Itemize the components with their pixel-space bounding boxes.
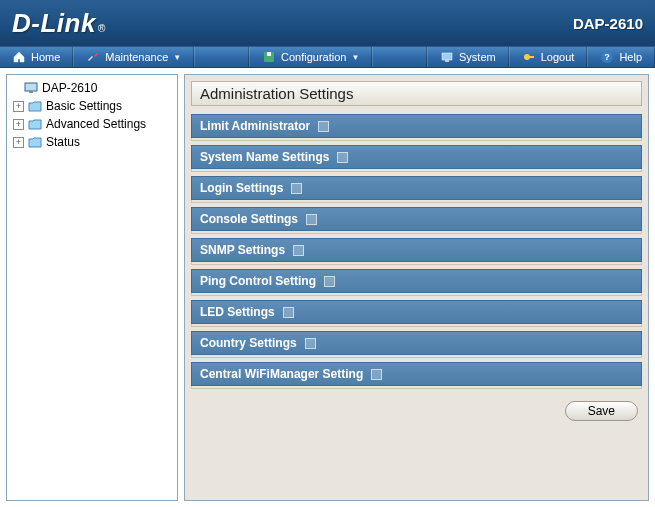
- menu-help-label: Help: [619, 51, 642, 63]
- svg-rect-8: [25, 83, 37, 91]
- section-body: [191, 293, 642, 296]
- section-system-name-settings: System Name Settings: [191, 145, 642, 172]
- chevron-down-icon: ▼: [351, 53, 359, 62]
- section-label: Country Settings: [200, 336, 297, 350]
- section-login-settings: Login Settings: [191, 176, 642, 203]
- expand-toggle-icon[interactable]: [318, 121, 329, 132]
- section-body: [191, 262, 642, 265]
- section-snmp-settings: SNMP Settings: [191, 238, 642, 265]
- save-button[interactable]: Save: [565, 401, 638, 421]
- section-body: [191, 138, 642, 141]
- section-label: Console Settings: [200, 212, 298, 226]
- section-country-settings: Country Settings: [191, 331, 642, 358]
- sidebar-item-label: Basic Settings: [46, 98, 122, 114]
- folder-icon: [28, 136, 42, 148]
- section-body: [191, 169, 642, 172]
- svg-rect-2: [442, 53, 452, 60]
- menu-logout[interactable]: Logout: [509, 47, 588, 67]
- monitor-icon: [440, 50, 454, 64]
- section-label: Limit Administrator: [200, 119, 310, 133]
- section-body: [191, 355, 642, 358]
- section-label: Login Settings: [200, 181, 283, 195]
- expand-toggle-icon[interactable]: [305, 338, 316, 349]
- section-body: [191, 200, 642, 203]
- body: DAP-2610 + Basic Settings + Advanced Set…: [0, 68, 655, 507]
- section-header[interactable]: Console Settings: [191, 207, 642, 231]
- help-icon: ?: [600, 50, 614, 64]
- folder-icon: [28, 100, 42, 112]
- expand-toggle-icon[interactable]: [291, 183, 302, 194]
- tree-expander-none: [11, 84, 20, 93]
- expand-toggle-icon[interactable]: [324, 276, 335, 287]
- sidebar-item-basic-settings[interactable]: + Basic Settings: [9, 97, 175, 115]
- section-label: Central WiFiManager Setting: [200, 367, 363, 381]
- section-label: Ping Control Setting: [200, 274, 316, 288]
- menu-configuration-label: Configuration: [281, 51, 346, 63]
- section-label: SNMP Settings: [200, 243, 285, 257]
- expand-toggle-icon[interactable]: [306, 214, 317, 225]
- brand-text: D-Link: [12, 8, 96, 39]
- section-header[interactable]: Login Settings: [191, 176, 642, 200]
- section-body: [191, 324, 642, 327]
- svg-rect-5: [529, 56, 534, 58]
- section-header[interactable]: System Name Settings: [191, 145, 642, 169]
- section-label: LED Settings: [200, 305, 275, 319]
- button-row: Save: [191, 401, 642, 421]
- section-led-settings: LED Settings: [191, 300, 642, 327]
- page-title: Administration Settings: [191, 81, 642, 106]
- menu-logout-label: Logout: [541, 51, 575, 63]
- section-header[interactable]: Ping Control Setting: [191, 269, 642, 293]
- main-panel: Administration Settings Limit Administra…: [184, 74, 649, 501]
- menu-configuration[interactable]: Configuration ▼: [249, 47, 372, 67]
- sidebar-item-advanced-settings[interactable]: + Advanced Settings: [9, 115, 175, 133]
- sidebar: DAP-2610 + Basic Settings + Advanced Set…: [6, 74, 178, 501]
- header: D-Link ® DAP-2610: [0, 0, 655, 46]
- tools-icon: [86, 50, 100, 64]
- app-window: D-Link ® DAP-2610 Home Maintenance ▼ Con…: [0, 0, 655, 507]
- tree-expander-icon[interactable]: +: [13, 119, 24, 130]
- expand-toggle-icon[interactable]: [337, 152, 348, 163]
- brand-registered: ®: [98, 23, 105, 34]
- section-body: [191, 231, 642, 234]
- svg-rect-1: [267, 52, 271, 56]
- svg-rect-9: [29, 91, 33, 93]
- menu-maintenance[interactable]: Maintenance ▼: [73, 47, 194, 67]
- menu-system[interactable]: System: [427, 47, 509, 67]
- section-console-settings: Console Settings: [191, 207, 642, 234]
- menu-maintenance-label: Maintenance: [105, 51, 168, 63]
- section-central-wifimanager-setting: Central WiFiManager Setting: [191, 362, 642, 389]
- svg-rect-3: [445, 60, 449, 62]
- menu-home[interactable]: Home: [0, 47, 73, 67]
- section-header[interactable]: Central WiFiManager Setting: [191, 362, 642, 386]
- key-icon: [522, 50, 536, 64]
- expand-toggle-icon[interactable]: [283, 307, 294, 318]
- expand-toggle-icon[interactable]: [293, 245, 304, 256]
- folder-icon: [28, 118, 42, 130]
- menu-spacer: [194, 47, 249, 67]
- menu-help[interactable]: ? Help: [587, 47, 655, 67]
- tree-root[interactable]: DAP-2610: [9, 79, 175, 97]
- section-body: [191, 386, 642, 389]
- section-ping-control-setting: Ping Control Setting: [191, 269, 642, 296]
- menu-spacer: [372, 47, 427, 67]
- menu-home-label: Home: [31, 51, 60, 63]
- brand-logo: D-Link ®: [12, 8, 105, 39]
- menubar: Home Maintenance ▼ Configuration ▼ Syste…: [0, 46, 655, 68]
- section-header[interactable]: LED Settings: [191, 300, 642, 324]
- model-label: DAP-2610: [573, 15, 643, 32]
- sidebar-item-status[interactable]: + Status: [9, 133, 175, 151]
- tree-root-label: DAP-2610: [42, 80, 97, 96]
- sidebar-item-label: Advanced Settings: [46, 116, 146, 132]
- tree-expander-icon[interactable]: +: [13, 101, 24, 112]
- section-label: System Name Settings: [200, 150, 329, 164]
- section-header[interactable]: Country Settings: [191, 331, 642, 355]
- expand-toggle-icon[interactable]: [371, 369, 382, 380]
- section-header[interactable]: SNMP Settings: [191, 238, 642, 262]
- device-icon: [24, 82, 38, 94]
- section-limit-administrator: Limit Administrator: [191, 114, 642, 141]
- chevron-down-icon: ▼: [173, 53, 181, 62]
- section-header[interactable]: Limit Administrator: [191, 114, 642, 138]
- disk-icon: [262, 50, 276, 64]
- home-icon: [12, 50, 26, 64]
- tree-expander-icon[interactable]: +: [13, 137, 24, 148]
